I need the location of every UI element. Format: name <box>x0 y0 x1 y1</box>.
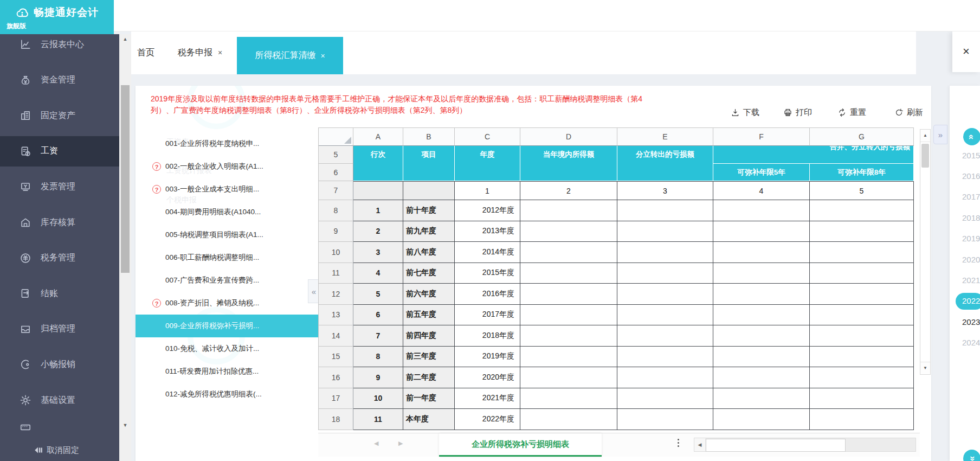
cell-item-label[interactable]: 前六年度 <box>403 284 455 305</box>
report-list-item-003[interactable]: ?003-一般企业成本支出明细... <box>136 178 318 201</box>
row-header-5[interactable]: 5 <box>319 146 353 164</box>
select-all-corner-cell[interactable] <box>319 128 353 146</box>
help-question-icon[interactable]: ? <box>152 162 161 171</box>
years-scroll-down-button[interactable]: « <box>963 450 980 461</box>
sidebar-item-6[interactable]: 库存核算 <box>0 207 119 238</box>
row-header-9[interactable]: 9 <box>319 221 353 242</box>
year-item-2018[interactable]: 2018年 <box>950 208 980 228</box>
sheet-cell-empty[interactable] <box>713 325 810 347</box>
sheet-cell-empty[interactable] <box>810 388 914 409</box>
tab-tax-filing[interactable]: 税务申报 × <box>178 31 222 74</box>
sheet-cell-empty[interactable] <box>617 200 713 221</box>
year-item-2022[interactable]: 2022年 <box>950 291 980 312</box>
sheet-cell-empty[interactable] <box>520 325 617 347</box>
column-header-E[interactable]: E <box>617 128 713 146</box>
sheet-cell-empty[interactable] <box>353 181 403 200</box>
cell-line-number[interactable]: 7 <box>353 325 403 347</box>
sheet-cell-empty[interactable] <box>810 305 914 326</box>
column-number-cell[interactable]: 1 <box>455 181 520 200</box>
cell-item-label[interactable]: 前十年度 <box>403 200 455 221</box>
sheet-cell-empty[interactable] <box>617 305 713 326</box>
scroll-down-icon[interactable]: ▼ <box>119 422 131 428</box>
sidebar-item-5[interactable]: 发票管理 <box>0 171 119 202</box>
cell-line-number[interactable]: 2 <box>353 221 403 242</box>
sheet-cell-empty[interactable] <box>713 305 810 326</box>
column-number-cell[interactable]: 3 <box>617 181 713 200</box>
row-header-15[interactable]: 15 <box>319 347 353 368</box>
column-number-cell[interactable]: 5 <box>810 181 914 200</box>
close-tab-icon[interactable]: × <box>218 48 222 57</box>
cell-line-number[interactable]: 11 <box>353 409 403 430</box>
sidebar-scroll-thumb[interactable] <box>121 85 130 273</box>
sidebar-item-1[interactable]: 云报表中心 <box>0 34 119 60</box>
cell-line-number[interactable]: 8 <box>353 347 403 368</box>
cell-year-value[interactable]: 2016年度 <box>455 284 520 305</box>
sheet-cell-empty[interactable] <box>713 221 810 242</box>
sheet-horizontal-scrollbar[interactable]: ◀ <box>694 438 916 452</box>
row-header-12[interactable]: 12 <box>319 284 353 305</box>
sheet-tab-splitter-icon[interactable] <box>678 439 679 449</box>
sheet-cell-empty[interactable] <box>617 409 713 430</box>
column-header-C[interactable]: C <box>455 128 520 146</box>
row-header-13[interactable]: 13 <box>319 305 353 326</box>
sheet-tab[interactable]: 企业所得税弥补亏损明细表 <box>439 433 602 457</box>
report-list-item-002[interactable]: ?002-一般企业收入明细表(A1... <box>136 155 318 178</box>
column-number-cell[interactable]: 4 <box>713 181 810 200</box>
sheet-cell-empty[interactable] <box>520 284 617 305</box>
sheet-cell-empty[interactable] <box>810 263 914 284</box>
sheet-tab-prev-icon[interactable]: ◀ <box>374 440 378 447</box>
sheet-cell-empty[interactable] <box>713 367 810 388</box>
row-header-7[interactable]: 7 <box>319 181 353 200</box>
sheet-cell-empty[interactable] <box>617 263 713 284</box>
row-header-11[interactable]: 11 <box>319 263 353 284</box>
report-list-item-006[interactable]: 006-职工薪酬纳税调整明细... <box>136 246 318 269</box>
sidebar-item-2[interactable]: 资金管理 <box>0 65 119 95</box>
cell-item-label[interactable]: 前二年度 <box>403 367 455 388</box>
report-list-item-001[interactable]: 001-企业所得税年度纳税申... <box>136 132 318 155</box>
help-question-icon[interactable]: ? <box>152 185 161 194</box>
cell-line-number[interactable]: 1 <box>353 200 403 221</box>
column-header-A[interactable]: A <box>353 128 403 146</box>
brand-logo-block[interactable]: 畅捷通好会计 旗舰版 <box>0 0 114 34</box>
cell-year-value[interactable]: 2012年度 <box>455 200 520 221</box>
sheet-cell-empty[interactable] <box>713 200 810 221</box>
report-list-item-012[interactable]: 012-减免所得税优惠明细表(... <box>136 383 318 406</box>
cell-year-value[interactable]: 2022年度 <box>455 409 520 430</box>
cell-item-label[interactable]: 前四年度 <box>403 325 455 347</box>
row-header-16[interactable]: 16 <box>319 367 353 388</box>
sheet-cell-empty[interactable] <box>617 325 713 347</box>
cell-year-value[interactable]: 2015年度 <box>455 263 520 284</box>
unpin-button[interactable]: 取消固定 <box>0 439 119 461</box>
sheet-cell-empty[interactable] <box>810 367 914 388</box>
report-list-item-011[interactable]: 011-研发费用加计扣除优惠... <box>136 360 318 383</box>
scroll-up-icon[interactable]: ▲ <box>119 36 131 42</box>
column-header-B[interactable]: B <box>403 128 455 146</box>
toolbar-download-button[interactable]: 下载 <box>731 107 759 118</box>
row-header-18[interactable]: 18 <box>319 409 353 430</box>
cell-item-label[interactable]: 本年度 <box>403 409 455 430</box>
sheet-tab-next-icon[interactable]: ▶ <box>398 440 403 447</box>
sheet-cell-empty[interactable] <box>810 347 914 368</box>
cell-line-number[interactable]: 3 <box>353 242 403 263</box>
year-item-2019[interactable]: 2019年 <box>950 229 980 249</box>
sheet-cell-empty[interactable] <box>617 284 713 305</box>
cell-year-value[interactable]: 2013年度 <box>455 221 520 242</box>
sheet-vertical-scrollbar[interactable]: ▲ ▼ <box>920 129 931 375</box>
cell-item-label[interactable]: 前三年度 <box>403 347 455 368</box>
expand-years-panel-icon[interactable]: » <box>933 125 947 144</box>
sheet-cell-empty[interactable] <box>713 242 810 263</box>
years-scroll-up-button[interactable]: « <box>963 128 980 145</box>
cell-year-value[interactable]: 2014年度 <box>455 242 520 263</box>
sidebar-item-7[interactable]: 税务管理 <box>0 243 119 273</box>
sheet-cell-empty[interactable] <box>810 325 914 347</box>
cell-line-number[interactable]: 9 <box>353 367 403 388</box>
report-list-item-009[interactable]: 009-企业所得税弥补亏损明... <box>136 315 318 337</box>
row-header-17[interactable]: 17 <box>319 388 353 409</box>
report-list-item-010[interactable]: 010-免税、减计收入及加计... <box>136 337 318 360</box>
column-header-G[interactable]: G <box>810 128 914 146</box>
cell-item-label[interactable]: 前九年度 <box>403 221 455 242</box>
sidebar-item-11[interactable]: 基础设置 <box>0 385 119 415</box>
report-list-item-005[interactable]: 005-纳税调整项目明细表(A1... <box>136 223 318 246</box>
sheet-cell-empty[interactable] <box>520 221 617 242</box>
sheet-cell-empty[interactable] <box>713 263 810 284</box>
